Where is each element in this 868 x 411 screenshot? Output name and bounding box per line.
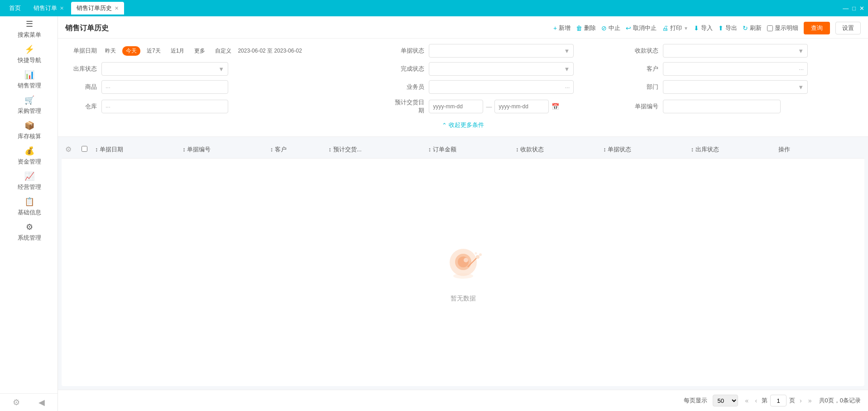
empty-text: 暂无数据: [451, 295, 476, 303]
th-number: ↕ 单据编号: [179, 140, 266, 159]
sidebar-item-inventory[interactable]: 📦 库存核算: [0, 118, 58, 143]
empty-illustration: [441, 242, 486, 287]
product-dots[interactable]: ···: [106, 84, 110, 91]
maximize-icon[interactable]: □: [852, 5, 856, 12]
salesperson-input[interactable]: ···: [429, 80, 574, 94]
print-icon: 🖨: [662, 24, 668, 32]
select-all-checkbox[interactable]: [82, 146, 87, 152]
window-close-icon[interactable]: ✕: [859, 5, 864, 12]
import-button[interactable]: ⬇ 导入: [694, 24, 713, 32]
sidebar-item-quick-nav[interactable]: ⚡ 快捷导航: [0, 42, 58, 67]
date-label: 单据日期: [65, 47, 101, 55]
tab-sales-order-history-close[interactable]: ✕: [115, 5, 119, 11]
salesperson-dots[interactable]: ···: [565, 84, 570, 91]
stop-button[interactable]: ⊘ 中止: [601, 24, 620, 32]
product-label: 商品: [65, 83, 101, 91]
sidebar-item-operation[interactable]: 📈 经营管理: [0, 169, 58, 194]
cancel-stop-button[interactable]: ↩ 取消中止: [626, 24, 657, 32]
column-settings-icon[interactable]: ⚙: [65, 145, 72, 153]
display-toggle-checkbox[interactable]: [767, 25, 773, 31]
sidebar-item-sales[interactable]: 📊 销售管理: [0, 67, 58, 92]
filter-row-4: 仓库 ··· 预计交货日期 — 📅 单据编号: [65, 98, 861, 115]
sidebar-item-finance[interactable]: 💰 资金管理: [0, 143, 58, 169]
next-page-button[interactable]: ›: [798, 396, 804, 405]
svg-point-4: [464, 258, 468, 262]
finance-icon: 💰: [24, 146, 34, 156]
filter-col-outbound: 出库状态 ▼: [65, 62, 393, 76]
tag-today[interactable]: 今天: [122, 46, 140, 56]
page-size-select[interactable]: 50 10 20 100: [713, 395, 738, 406]
first-page-button[interactable]: «: [743, 396, 751, 405]
order-status-select[interactable]: ▼: [429, 44, 574, 58]
settings-button[interactable]: 设置: [835, 22, 861, 34]
page-title: 销售订单历史: [65, 24, 109, 33]
stop-icon: ⊘: [601, 24, 607, 32]
filter-row-1: 单据日期 昨天 今天 近7天 近1月 更多 自定义 2023-06-02 至 2…: [65, 44, 861, 58]
tag-yesterday[interactable]: 昨天: [101, 46, 120, 56]
payment-status-select[interactable]: ▼: [663, 44, 808, 58]
department-select[interactable]: ▼: [663, 80, 808, 94]
tab-sales-order[interactable]: 销售订单 ✕: [28, 2, 69, 15]
svg-point-1: [453, 273, 473, 279]
th-settings: ⚙: [62, 140, 78, 159]
toolbar: + 新增 🗑 删除 ⊘ 中止 ↩ 取消中止 🖨 打印: [553, 22, 861, 34]
last-page-button[interactable]: »: [806, 396, 814, 405]
refresh-button[interactable]: ↻ 刷新: [743, 24, 762, 32]
page-input[interactable]: [770, 395, 786, 406]
sidebar-item-basic[interactable]: 📋 基础信息: [0, 194, 58, 219]
tag-more[interactable]: 更多: [191, 46, 209, 56]
print-arrow-icon: ▼: [684, 26, 688, 31]
order-status-arrow: ▼: [564, 48, 570, 54]
filter-col-payment-status: 收款状态 ▼: [627, 44, 861, 58]
table-footer: 每页显示 50 10 20 100 « ‹ 第 页 › » 共0页，0条记录: [58, 390, 868, 411]
collapse-label: 收起更多条件: [449, 121, 484, 129]
display-toggle-label: 显示明细: [775, 24, 798, 32]
th-customer: ↕ 客户: [267, 140, 325, 159]
page-unit: 页: [789, 396, 795, 405]
content-area: 销售订单历史 + 新增 🗑 删除 ⊘ 中止 ↩ 取消中止: [58, 16, 868, 411]
tab-home[interactable]: 首页: [4, 2, 26, 15]
sidebar-item-label: 快捷导航: [18, 56, 41, 64]
main-layout: ☰ 搜索菜单 ⚡ 快捷导航 📊 销售管理 🛒 采购管理 📦 库存核算 💰 资金管…: [0, 16, 868, 411]
sidebar-item-label: 基础信息: [18, 208, 41, 217]
page-header: 销售订单历史 + 新增 🗑 删除 ⊘ 中止 ↩ 取消中止: [58, 16, 868, 39]
customer-dots[interactable]: ···: [799, 66, 804, 73]
print-button[interactable]: 🖨 打印 ▼: [662, 24, 688, 32]
basic-icon: 📋: [24, 197, 34, 207]
order-number-input[interactable]: [663, 100, 781, 113]
prev-page-button[interactable]: ‹: [753, 396, 759, 405]
tag-1month[interactable]: 近1月: [167, 46, 188, 56]
warehouse-input[interactable]: ···: [101, 100, 228, 113]
collapse-row[interactable]: ⌃ 收起更多条件: [65, 119, 861, 131]
minimize-icon[interactable]: —: [843, 5, 849, 12]
product-input[interactable]: ···: [101, 80, 228, 94]
tag-7days[interactable]: 近7天: [143, 46, 164, 56]
sidebar-collapse-icon[interactable]: ◀: [38, 397, 45, 407]
delivery-date-start[interactable]: [429, 100, 483, 113]
sidebar-item-label: 资金管理: [18, 158, 41, 166]
tab-sales-order-history[interactable]: 销售订单历史 ✕: [71, 2, 124, 15]
complete-select[interactable]: ▼: [429, 62, 574, 76]
delete-button[interactable]: 🗑 删除: [576, 24, 596, 32]
delivery-date-end[interactable]: [494, 100, 549, 113]
filter-col-order-status: 单据状态 ▼: [393, 44, 627, 58]
tab-sales-order-close[interactable]: ✕: [60, 5, 64, 11]
display-toggle[interactable]: 显示明细: [767, 24, 798, 32]
sidebar-settings-icon[interactable]: ⚙: [13, 397, 20, 407]
tag-custom[interactable]: 自定义: [211, 46, 235, 56]
customer-input[interactable]: ···: [663, 62, 808, 76]
th-action: 操作: [775, 140, 864, 159]
sidebar-bottom: ⚙ ◀: [0, 393, 58, 411]
calendar-icon[interactable]: 📅: [551, 103, 559, 110]
th-action-label: 操作: [778, 146, 790, 153]
sidebar-item-search-menu[interactable]: ☰ 搜索菜单: [0, 16, 58, 42]
query-button[interactable]: 查询: [804, 22, 830, 34]
warehouse-dots[interactable]: ···: [106, 103, 110, 110]
export-button[interactable]: ⬆ 导出: [718, 24, 737, 32]
sidebar-item-system[interactable]: ⚙ 系统管理: [0, 219, 58, 245]
outbound-select[interactable]: ▼: [101, 62, 228, 76]
sidebar-item-purchase[interactable]: 🛒 采购管理: [0, 92, 58, 118]
th-payment-label: ↕ 收款状态: [516, 146, 544, 153]
warehouse-label: 仓库: [65, 102, 101, 111]
new-button[interactable]: + 新增: [553, 24, 571, 32]
